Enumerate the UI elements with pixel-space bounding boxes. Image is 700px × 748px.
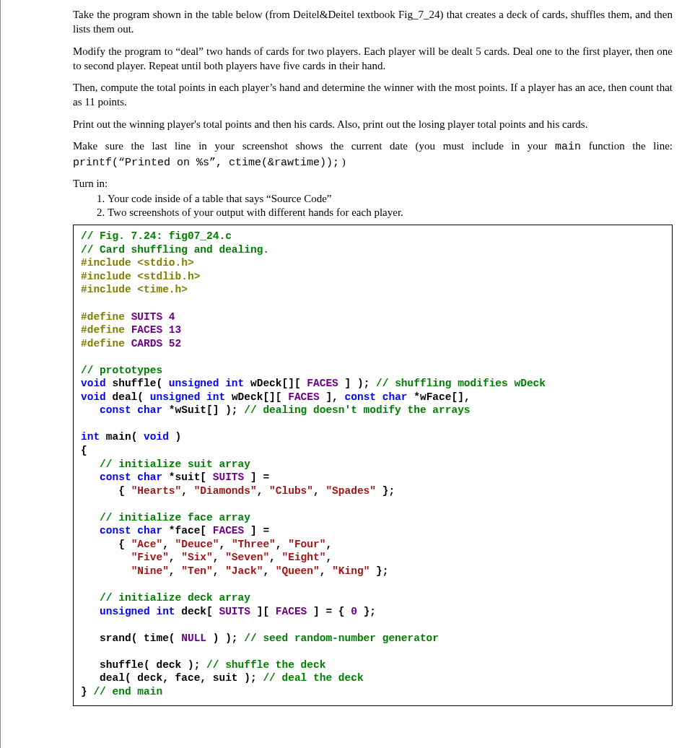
code-text (81, 659, 100, 671)
code-string: "Six" (181, 552, 213, 563)
code-text: ], (320, 391, 345, 403)
code-text (81, 565, 131, 577)
code-text: { (81, 539, 131, 550)
code-header: <stdio.h> (137, 257, 193, 269)
code-string: "Seven" (225, 552, 269, 563)
code-text: , (325, 539, 332, 550)
code-text: [] ); (206, 404, 244, 416)
code-identifier: wSuit (175, 404, 207, 416)
code-identifier: suit (175, 471, 201, 483)
code-text: ] = { (307, 606, 351, 617)
code-text: [][ (282, 378, 307, 389)
code-text: }; (369, 565, 388, 577)
code-text: [][ (263, 391, 288, 403)
code-identifier: deck (137, 672, 162, 684)
code-keyword: const (100, 404, 131, 416)
code-identifier: deal (100, 672, 125, 684)
turn-in-heading: Turn in: (73, 178, 673, 190)
code-text: ( (144, 659, 156, 671)
text-fragment: ) (339, 156, 346, 168)
code-text: * (162, 525, 175, 536)
code-keyword: char (137, 471, 162, 483)
code-identifier: suit (213, 672, 238, 684)
code-text (175, 606, 182, 617)
code-string: "Five" (131, 552, 169, 563)
code-text: }; (376, 485, 395, 497)
code-text (81, 458, 100, 470)
code-identifier: face (175, 672, 201, 684)
code-text: , (213, 552, 225, 563)
code-text: [ (206, 606, 219, 617)
code-comment: // dealing doesn't modify the arrays (244, 404, 470, 416)
code-text (81, 552, 131, 563)
code-comment: // shuffling modifies wDeck (376, 378, 546, 389)
paragraph-modify: Modify the program to “deal” two hands o… (73, 44, 673, 74)
code-text: ] = (244, 471, 269, 483)
code-identifier: deck (181, 606, 206, 617)
paragraph-points: Then, compute the total points in each p… (73, 80, 673, 110)
code-macro: SUITS (213, 471, 245, 483)
inline-code-main: main (555, 141, 581, 153)
code-keyword: char (137, 404, 162, 416)
code-text: [ (200, 525, 212, 536)
code-string: "Three" (232, 539, 276, 550)
code-text: ); (238, 672, 263, 684)
code-identifier: wDeck (250, 378, 282, 389)
code-string: "Diamonds" (194, 485, 257, 497)
code-string: "Nine" (131, 565, 169, 577)
text-fragment: function the line: (581, 140, 673, 152)
code-text: { (81, 445, 87, 456)
code-text: ( (169, 632, 181, 644)
code-keyword: unsigned (100, 606, 150, 617)
code-comment: // initialize deck array (100, 592, 250, 604)
code-preprocessor: #include (81, 257, 137, 269)
code-header: <time.h> (137, 284, 188, 295)
code-text: ( (137, 391, 149, 403)
code-string: "Eight" (282, 552, 326, 563)
code-text (81, 525, 100, 536)
code-text: ( (131, 632, 144, 644)
code-keyword: char (382, 391, 408, 403)
paragraph-print: Print out the winning player's total poi… (73, 117, 673, 131)
code-identifier: shuffle (113, 378, 157, 389)
code-keyword: void (144, 431, 169, 443)
code-text (376, 391, 382, 403)
code-text: * (408, 391, 420, 403)
code-text: , (313, 485, 325, 497)
code-keyword: const (100, 525, 131, 536)
code-identifier: deal (113, 391, 138, 403)
code-keyword: unsigned (150, 391, 201, 403)
code-macro: NULL (181, 632, 206, 644)
code-text: , (162, 672, 175, 684)
code-text (81, 471, 100, 483)
code-comment: // seed random-number generator (244, 632, 439, 644)
code-preprocessor: #define (81, 324, 131, 336)
code-preprocessor: #define (81, 338, 131, 349)
code-string: "King" (332, 565, 369, 577)
code-text: , (169, 565, 181, 577)
code-text (81, 404, 100, 416)
code-comment: // end main (93, 686, 162, 697)
code-text (244, 378, 250, 389)
code-macro: FACES (276, 606, 307, 617)
code-text: , (213, 565, 225, 577)
code-macro: FACES (131, 324, 163, 336)
code-text: , (276, 539, 288, 550)
code-macro: FACES (213, 525, 245, 536)
code-text (81, 672, 100, 684)
code-text: } (81, 686, 93, 697)
requirement-item: Your code inside of a table that says “S… (108, 193, 673, 205)
code-string: "Deuce" (175, 539, 219, 550)
code-text: , (263, 565, 275, 577)
code-text: ) (169, 431, 181, 443)
code-keyword: int (206, 391, 225, 403)
code-text: ( (131, 431, 144, 443)
code-text: , (162, 539, 175, 550)
code-text: ( (125, 672, 137, 684)
code-text: , (257, 485, 269, 497)
code-text: [], (451, 391, 470, 403)
code-string: "Jack" (225, 565, 263, 577)
code-text: , (169, 552, 181, 563)
paragraph-date: Make sure the last line in your screensh… (73, 139, 673, 171)
code-preprocessor: #include (81, 271, 137, 282)
